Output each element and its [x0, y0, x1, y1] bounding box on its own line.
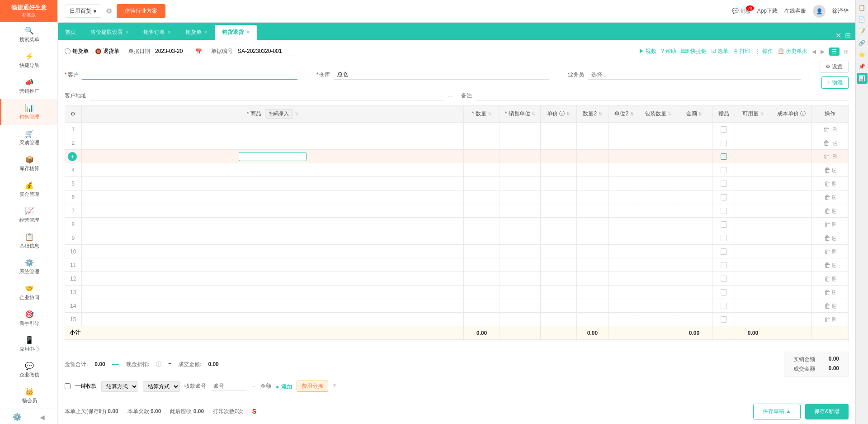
qty2-cell[interactable] — [577, 123, 609, 136]
amount-cell[interactable] — [676, 136, 712, 150]
add-row-button[interactable]: + — [68, 152, 77, 161]
gift-cell[interactable] — [712, 150, 735, 163]
pkg-qty-cell[interactable] — [640, 123, 676, 136]
add-payment-button[interactable]: ● 添加 — [276, 381, 292, 391]
unit-cell[interactable] — [500, 123, 541, 136]
customer-input[interactable] — [82, 70, 298, 80]
gift-checkbox[interactable] — [721, 262, 727, 268]
tab-sales-order[interactable]: 销售订单 ✕ — [136, 25, 178, 40]
tab-close-icon[interactable]: ✕ — [246, 30, 250, 35]
gift-checkbox[interactable] — [721, 316, 727, 323]
one-click-pay-checkbox[interactable] — [65, 383, 71, 389]
sidebar-item-shortcut[interactable]: ⚡ 快捷导航 — [0, 48, 57, 73]
tab-sales-return[interactable]: 销货退货 ✕ — [215, 25, 257, 40]
quantity-cell[interactable] — [464, 136, 500, 150]
sidebar-item-guide[interactable]: 🎯 新手引导 — [0, 305, 57, 331]
save-new-button[interactable]: 保存&新增 — [805, 404, 849, 419]
copy-row-button[interactable]: ⎘ — [832, 125, 837, 134]
copy-row-button[interactable]: ⎘ — [831, 247, 837, 256]
product-cell[interactable] — [81, 123, 464, 136]
gift-cell[interactable] — [712, 123, 735, 136]
message-icon-container[interactable]: 💬 70 消息 — [732, 8, 750, 14]
unit-cell[interactable] — [500, 136, 541, 150]
fee-help-icon[interactable]: ? — [333, 383, 336, 390]
unit2-cell[interactable] — [609, 136, 640, 150]
amount-cell[interactable] — [676, 150, 712, 163]
maximize-icon[interactable]: ⊞ — [845, 31, 851, 40]
sidebar-item-finance[interactable]: 💰 资金管理 — [0, 176, 57, 202]
settings-icon[interactable]: ⚙ — [106, 7, 112, 15]
copy-row-button[interactable]: ⎘ — [831, 288, 837, 297]
help-discount-icon[interactable]: ⓘ — [156, 361, 161, 368]
tab-price-setting[interactable]: 售价提取设置 ✕ — [83, 25, 136, 40]
sidebar-item-wechat[interactable]: 💬 企业微信 — [0, 357, 57, 383]
gift-checkbox[interactable] — [721, 276, 727, 282]
radio-sales-input[interactable] — [65, 48, 71, 54]
amount-cell[interactable] — [676, 123, 712, 136]
select-btn[interactable]: ☑ 选单 — [711, 48, 728, 55]
right-panel-icon-active[interactable]: 📊 — [857, 73, 868, 84]
history-btn[interactable]: 📋 历史单据 — [778, 48, 807, 55]
pkg-qty-cell[interactable] — [640, 150, 676, 163]
quantity-cell[interactable] — [464, 123, 500, 136]
copy-row-button[interactable]: ⎘ — [831, 220, 837, 229]
tab-sales-out[interactable]: 销货单 ✕ — [178, 25, 215, 40]
price-cell[interactable] — [541, 123, 577, 136]
cost-price-cell[interactable] — [771, 123, 812, 136]
product-input[interactable] — [239, 152, 307, 161]
delete-row-button[interactable]: 🗑 — [823, 193, 831, 202]
view-list-icon[interactable]: ☰ — [829, 48, 840, 56]
sidebar-item-apps[interactable]: 📱 应用中心 — [0, 331, 57, 357]
pkg-qty-cell[interactable] — [640, 136, 676, 150]
settlement-method-select[interactable]: 结算方式 — [101, 381, 138, 392]
product-cell-active[interactable] — [81, 150, 464, 163]
cost-price-cell[interactable] — [771, 136, 812, 150]
collapse-icon[interactable]: ◀ — [40, 414, 45, 421]
gift-cell[interactable] — [712, 136, 735, 150]
delete-row-button[interactable]: 🗑 — [823, 274, 831, 283]
delete-row-button[interactable]: 🗑 — [823, 166, 831, 175]
next-icon[interactable]: ▶ — [821, 48, 825, 55]
gift-checkbox[interactable] — [721, 208, 727, 214]
price-cell[interactable] — [541, 136, 577, 150]
copy-row-button[interactable]: ⎘ — [832, 138, 837, 148]
sidebar-item-sales[interactable]: 📊 销售管理 — [0, 99, 57, 125]
available-cell[interactable] — [735, 123, 771, 136]
sidebar-item-system[interactable]: ⚙️ 系统管理 — [0, 254, 57, 280]
gift-checkbox[interactable] — [721, 194, 727, 200]
qty2-cell[interactable] — [577, 150, 609, 163]
app-download-link[interactable]: App下载 — [757, 7, 778, 15]
salesperson-input[interactable] — [588, 70, 801, 80]
sidebar-item-basic[interactable]: 📋 基础信息 — [0, 228, 57, 254]
scan-button[interactable]: 扫码录入 — [265, 109, 293, 119]
col-settings[interactable]: ⚙ — [65, 105, 81, 123]
cost-price-cell[interactable] — [771, 150, 812, 163]
doc-no-input[interactable] — [235, 47, 298, 56]
save-draft-button[interactable]: 保存草稿 ▲ — [753, 404, 801, 419]
sidebar-item-operation[interactable]: 📈 经营管理 — [0, 202, 57, 228]
tab-close-icon[interactable]: ✕ — [125, 30, 129, 35]
copy-row-button[interactable]: ⎘ — [831, 193, 837, 202]
gift-checkbox[interactable] — [721, 167, 727, 173]
shortcut-btn[interactable]: ⌨ 快捷键 — [681, 48, 706, 55]
gift-checkbox[interactable] — [721, 289, 727, 295]
warehouse-dots[interactable]: ··· — [555, 72, 559, 77]
unit-cell[interactable] — [500, 150, 541, 163]
logistics-button[interactable]: + 物流 — [821, 76, 849, 89]
copy-row-button[interactable]: ⎘ — [831, 179, 837, 188]
right-panel-icon-4[interactable]: 🔗 — [857, 38, 868, 48]
radio-sales-out[interactable]: 销货单 — [65, 48, 89, 55]
copy-row-button[interactable]: ⎘ — [831, 166, 837, 175]
date-input[interactable] — [152, 47, 193, 56]
fee-split-button[interactable]: 费用分摊 — [297, 381, 328, 392]
settings-icon[interactable]: ⚙️ — [13, 413, 22, 421]
available-cell[interactable] — [735, 150, 771, 163]
help-btn[interactable]: ? 帮助 — [661, 48, 676, 55]
tab-home[interactable]: 首页 — [58, 25, 83, 40]
setting-button[interactable]: ⚙ 设置 — [820, 61, 849, 73]
gift-checkbox[interactable] — [721, 153, 727, 160]
right-panel-icon-5[interactable]: ⭐ — [857, 49, 868, 60]
add-row-cell[interactable]: + — [65, 150, 81, 163]
tab-close-icon[interactable]: ✕ — [167, 30, 171, 35]
address-dots[interactable]: ··· — [448, 93, 452, 99]
